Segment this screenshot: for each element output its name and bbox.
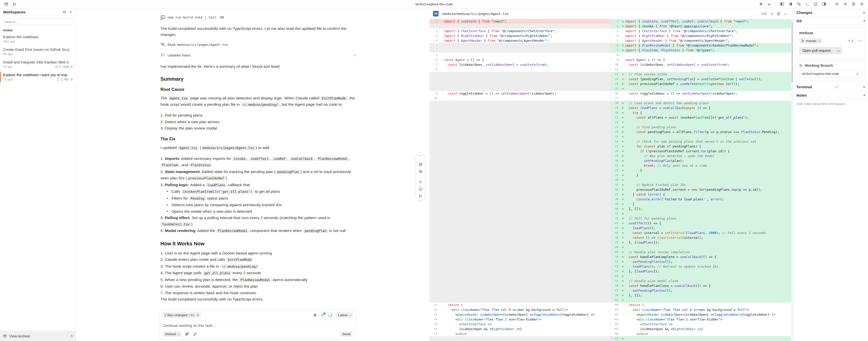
list-item: 6. User can review, annotate, approve, o… <box>160 283 356 290</box>
line-number: 21 <box>611 116 621 119</box>
terminal-section-header[interactable]: Terminal ▸ <box>793 83 868 91</box>
line-number: 40 <box>611 207 621 211</box>
code-line: // Plan review state <box>625 72 791 76</box>
copy-icon[interactable] <box>418 169 423 174</box>
diff-row: 18+ // Load plans and detect new pending… <box>611 101 791 105</box>
chevron-down-icon[interactable] <box>354 53 356 56</box>
collapse-file-icon[interactable] <box>784 11 786 16</box>
play-icon[interactable] <box>418 180 423 184</box>
send-button[interactable]: Send <box>340 331 352 337</box>
spinner-icon <box>328 313 332 317</box>
tool-call-row[interactable]: Updated Todos <box>160 53 356 57</box>
line-number: 56 <box>611 284 621 287</box>
ignore-whitespace-icon[interactable] <box>777 12 780 16</box>
branch-dropdown[interactable]: master <box>799 38 822 44</box>
code-line: <ChatInterface /> <box>625 322 791 326</box>
line-number: 8 <box>611 53 621 57</box>
list-item: 2. Detect when a new plan arrives <box>160 119 356 125</box>
diff-marker: + <box>621 82 625 86</box>
todos-status-icon[interactable] <box>321 313 325 317</box>
working-branch-input[interactable]: vk/3ccf-explore-the-code <box>799 70 862 78</box>
layers-icon[interactable] <box>63 10 66 14</box>
workspace-title: Explore the codebase I want you to exp <box>3 73 73 77</box>
monitor-icon[interactable] <box>418 187 423 191</box>
diff-row <box>429 221 610 226</box>
files-changed-chip[interactable]: 2 files changed +61 -3 <box>162 312 201 318</box>
heading: How It Works Now <box>160 241 356 247</box>
diff-row <box>429 158 610 163</box>
working-branch-card: Working Branch vk/3ccf-explore-the-code <box>796 60 865 81</box>
workspace-item[interactable]: Install and integrate Vibe Kanban Web C7… <box>0 58 76 70</box>
diff-marker: + <box>621 207 625 211</box>
diff-row: 39+ } <box>611 202 791 207</box>
git-branch-icon[interactable] <box>418 194 423 198</box>
diff-row: 61 <div className="flex flex-col h-scree… <box>611 307 791 312</box>
attach-icon[interactable] <box>185 332 189 336</box>
git-label: Git <box>796 19 802 23</box>
diff-row <box>429 202 610 207</box>
notes-section-header[interactable]: Notes ▾ <box>793 91 868 99</box>
line-number: 5 <box>429 53 440 57</box>
diff-row: 51+ setPendingPlan(null); <box>611 259 791 264</box>
more-menu-icon[interactable]: ··· <box>857 39 862 43</box>
code-line: const interval = setInterval(loadPlans, … <box>625 231 791 235</box>
code-line: loadPlans(); // Refresh to update tracke… <box>625 265 791 269</box>
line-number: 9 <box>429 92 440 95</box>
list-item: 4. Polling effect: Set up a polling inte… <box>160 215 356 227</box>
line-number: 12 <box>429 308 440 311</box>
code-line: const pendingPlans = allPlans.filter(p =… <box>625 130 791 134</box>
workspace-item[interactable]: Explore the codebase I want you to exp7h… <box>0 70 76 83</box>
pencil-icon[interactable] <box>856 72 860 75</box>
line-number: 27 <box>611 145 621 148</box>
ignore-whitespace-icon[interactable] <box>418 162 423 166</box>
code-line: import { useState, useEffect, useRef, us… <box>625 20 791 23</box>
tool-call-row[interactable]: npm run build 2>&1 | tail -80 <box>160 15 356 20</box>
pr-options-dropdown[interactable] <box>834 47 842 54</box>
diff-row: 2+import { invoke } from "@tauri-apps/ap… <box>611 24 791 29</box>
diff-row <box>429 283 610 288</box>
diff-marker: + <box>621 217 625 220</box>
diff-row <box>429 120 610 125</box>
diff-row: 38+ console.error('Failed to load plans:… <box>611 197 791 202</box>
open-pull-request-button[interactable]: Open pull request <box>799 47 834 54</box>
diff-scrollbar[interactable] <box>791 19 793 341</box>
view-archive-button[interactable]: View Archive 0 <box>0 331 76 341</box>
message-input[interactable]: Continue working on this task... <box>160 320 355 329</box>
diff-marker: + <box>621 145 625 148</box>
add-workspace-icon[interactable] <box>69 10 73 14</box>
code-line: const loadPlans = useCallback(async () =… <box>625 106 791 110</box>
sparkle-icon[interactable] <box>313 313 317 317</box>
notes-placeholder[interactable]: Add notes about this workspace... <box>793 99 868 108</box>
workspace-item[interactable]: Create Good First Issues on Github So p6… <box>0 45 76 58</box>
line-number: 37 <box>611 193 621 196</box>
drag-handle-icon[interactable] <box>418 155 423 156</box>
line-number: 59 <box>611 299 621 302</box>
diff-row <box>429 279 610 283</box>
diff-row: 7+import { PlanItem, PlanStatus } from "… <box>611 48 791 53</box>
diff-row <box>429 216 610 221</box>
git-section-header[interactable]: Git ▾ <box>793 17 868 25</box>
changes-section-header[interactable]: Changes ▸ <box>793 8 868 17</box>
pen-icon[interactable] <box>193 332 197 336</box>
diff-marker: + <box>621 20 625 23</box>
latest-dropdown[interactable]: Latest <box>336 312 353 318</box>
diff-marker: + <box>621 111 625 115</box>
inline-code: ExitPlanMode <box>226 257 253 262</box>
line-number: 8 <box>429 68 440 71</box>
line-number: 41 <box>611 212 621 215</box>
diff-row: 55+ // Handle plan modal close <box>611 279 791 283</box>
tool-call-row[interactable]: Read medusa/src/pages/Agent.tsx <box>160 42 356 47</box>
inline-code: pendingPlan <box>276 170 300 174</box>
line-number: 22 <box>611 121 621 124</box>
diff-row: 9 const toggleSidebar = () => setSidebar… <box>429 91 610 96</box>
line-number: 42 <box>611 217 621 220</box>
code-line: </div> <box>625 332 791 336</box>
search-input[interactable] <box>2 19 74 25</box>
code-line: const toggleSidebar = () => setSidebarOp… <box>625 92 791 95</box>
mode-dropdown[interactable]: Default <box>163 331 181 337</box>
workspace-item[interactable]: Explore the codebase35m ago <box>0 33 76 45</box>
diff-row <box>429 129 610 134</box>
diff-row: 37+ } catch (error) { <box>611 192 791 197</box>
diff-row <box>429 168 610 173</box>
expand-icon[interactable] <box>835 85 838 89</box>
